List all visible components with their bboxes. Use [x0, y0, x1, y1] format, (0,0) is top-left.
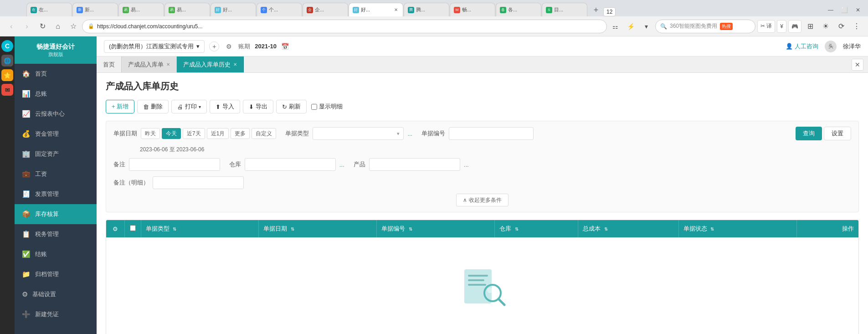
date-7days-btn[interactable]: 近7天	[183, 128, 205, 139]
sidebar-icon-mail[interactable]: ✉	[1, 84, 13, 96]
sidebar-icon-star[interactable]: ⭐	[1, 69, 13, 81]
query-button[interactable]: 查询	[796, 127, 822, 140]
browser-tab-2[interactable]: 新 新...	[72, 3, 118, 16]
th-checkbox[interactable]	[124, 220, 141, 237]
import-button[interactable]: ⬆ 导入	[210, 100, 240, 113]
brightness-icon[interactable]: ☀	[819, 20, 832, 33]
browser-tab-1[interactable]: 在 在...	[26, 3, 72, 16]
sidebar-item-home[interactable]: 🏠 首页	[15, 64, 97, 84]
nav-back-button[interactable]: ‹	[5, 20, 18, 33]
breadcrumb-tab-history[interactable]: 产成品入库单历史 ✕	[177, 57, 244, 72]
date-today-btn[interactable]: 今天	[162, 128, 181, 139]
th-number[interactable]: 单据编号 ⇅	[377, 220, 495, 237]
nav-refresh-button[interactable]: ↻	[36, 20, 49, 33]
browser-tab-4[interactable]: 易 易...	[164, 3, 210, 16]
sidebar-item-tax[interactable]: 📋 税务管理	[15, 224, 97, 244]
detail-note-filter-label: 备注（明细）	[113, 179, 149, 187]
lightning-button[interactable]: ⚡	[624, 20, 638, 33]
date-custom-btn[interactable]: 自定义	[252, 128, 276, 139]
browser-tab-12[interactable]: S 目...	[542, 3, 587, 16]
th-settings[interactable]: ⚙	[106, 220, 124, 237]
sidebar-item-general[interactable]: 📊 总账	[15, 84, 97, 104]
type-ellipsis[interactable]: ...	[407, 130, 412, 137]
nav-home-button[interactable]: ⌂	[51, 20, 65, 33]
settings-filter-button[interactable]: 设置	[824, 127, 851, 140]
browser-tab-6[interactable]: 个 个...	[257, 3, 302, 16]
search-bar[interactable]: 🔍 360智能抠图免费用 热搜	[655, 20, 755, 33]
page-close-button[interactable]: ✕	[852, 59, 863, 71]
export-button[interactable]: ⬇ 导出	[243, 100, 273, 113]
product-ellipsis[interactable]: ...	[464, 161, 469, 168]
browser-tab-3[interactable]: 易 易...	[118, 3, 164, 16]
company-selector[interactable]: (勿删勿禁用）江西服宝测试专用 ▾	[104, 40, 205, 53]
type-filter-input[interactable]: ▾	[313, 127, 404, 140]
browser-tab-8-active[interactable]: 好 好... ✕	[349, 3, 403, 16]
select-all-checkbox[interactable]	[130, 225, 136, 231]
warehouse-filter-input[interactable]	[245, 158, 336, 171]
user-service-button[interactable]: 👤 人工咨询	[786, 42, 818, 51]
game-icon[interactable]: 🎮	[788, 20, 801, 33]
date-1month-btn[interactable]: 近1月	[207, 128, 229, 139]
date-more-btn[interactable]: 更多	[231, 128, 250, 139]
browser-tab-9[interactable]: 腾 腾...	[404, 3, 449, 16]
sidebar-item-cloud-report[interactable]: 📈 云报表中心	[15, 104, 97, 124]
sidebar-item-archive[interactable]: 📁 归档管理	[15, 264, 97, 284]
nav-forward-button[interactable]: ›	[20, 20, 34, 33]
collapse-filter-button[interactable]: ∧ 收起更多条件	[456, 194, 508, 206]
show-detail-checkbox[interactable]	[311, 104, 317, 110]
sidebar-item-fund[interactable]: 💰 资金管理	[15, 124, 97, 144]
date-yesterday-btn[interactable]: 昨天	[141, 128, 160, 139]
settings-gear-icon[interactable]: ⚙	[224, 41, 234, 51]
calendar-icon[interactable]: 📅	[281, 43, 289, 50]
window-minimize-button[interactable]: —	[824, 5, 837, 15]
th-cost[interactable]: 总成本 ⇅	[578, 220, 678, 237]
th-date[interactable]: 单据日期 ⇅	[259, 220, 377, 237]
add-tab-button[interactable]: +	[590, 4, 602, 16]
sync-icon[interactable]: ⟳	[834, 20, 848, 33]
breadcrumb-close-1[interactable]: ✕	[166, 62, 170, 67]
nav-bookmark-button[interactable]: ☆	[67, 20, 80, 33]
payroll-icon: 💼	[22, 170, 31, 178]
extensions-button[interactable]: ⚏	[609, 20, 622, 33]
sidebar-icon-web[interactable]: 🌐	[1, 55, 13, 67]
add-company-button[interactable]: +	[209, 41, 219, 51]
sidebar-item-inventory[interactable]: 📦 库存核算	[15, 204, 97, 224]
browser-tab-11[interactable]: 各 各...	[496, 3, 541, 16]
refresh-button[interactable]: ↻ 刷新	[276, 100, 307, 113]
breadcrumb-tab-list[interactable]: 产成品入库单 ✕	[122, 57, 177, 72]
browser-tab-5[interactable]: 好 好...	[211, 3, 256, 16]
warehouse-ellipsis[interactable]: ...	[339, 161, 344, 168]
show-detail-checkbox-label[interactable]: 显示明细	[311, 103, 343, 111]
grid-icon[interactable]: ⊞	[803, 20, 817, 33]
browser-tab-7[interactable]: 企 企...	[303, 3, 348, 16]
th-status[interactable]: 单据状态 ⇅	[678, 220, 796, 237]
window-close-button[interactable]: ✕	[852, 5, 864, 15]
breadcrumb-close-2[interactable]: ✕	[233, 62, 237, 67]
breadcrumb-home-tab[interactable]: 首页	[97, 57, 122, 72]
sidebar-item-invoice[interactable]: 🧾 发票管理	[15, 184, 97, 204]
sidebar-item-fixed-assets[interactable]: 🏢 固定资产	[15, 144, 97, 164]
settings-icon[interactable]: ⋮	[850, 20, 863, 33]
detail-note-filter-input[interactable]	[153, 176, 244, 189]
translate-icon[interactable]: ¥	[777, 20, 786, 33]
delete-button[interactable]: 🗑 删除	[137, 100, 169, 113]
add-button[interactable]: + 新增	[106, 100, 134, 113]
scissors-icon[interactable]: ✂ 译	[757, 20, 775, 33]
sidebar-item-checkout[interactable]: ✅ 结账	[15, 244, 97, 264]
sidebar-item-new-voucher[interactable]: ➕ 新建凭证	[15, 304, 97, 324]
sidebar-item-basic-settings[interactable]: ⚙ 基础设置	[15, 284, 97, 304]
th-type[interactable]: 单据类型 ⇅	[141, 220, 259, 237]
app-logo-icon[interactable]: C	[1, 40, 13, 52]
sidebar-item-payroll[interactable]: 💼 工资	[15, 164, 97, 184]
user-avatar[interactable]: 头	[825, 41, 837, 52]
product-filter-input[interactable]	[369, 158, 460, 171]
note-filter-input[interactable]	[129, 158, 220, 171]
dropdown-button[interactable]: ▾	[640, 20, 653, 33]
browser-tab-10[interactable]: M 畅...	[450, 3, 495, 16]
window-restore-button[interactable]: ⬜	[838, 5, 851, 15]
th-warehouse[interactable]: 仓库 ⇅	[495, 220, 578, 237]
print-button[interactable]: 🖨 打印 ▾	[171, 100, 207, 113]
address-bar-input[interactable]: 🔒 https://cloud.chanjet.com/accounting/u…	[82, 20, 607, 33]
tab-close-icon[interactable]: ✕	[393, 7, 399, 13]
number-filter-input[interactable]	[449, 127, 534, 140]
